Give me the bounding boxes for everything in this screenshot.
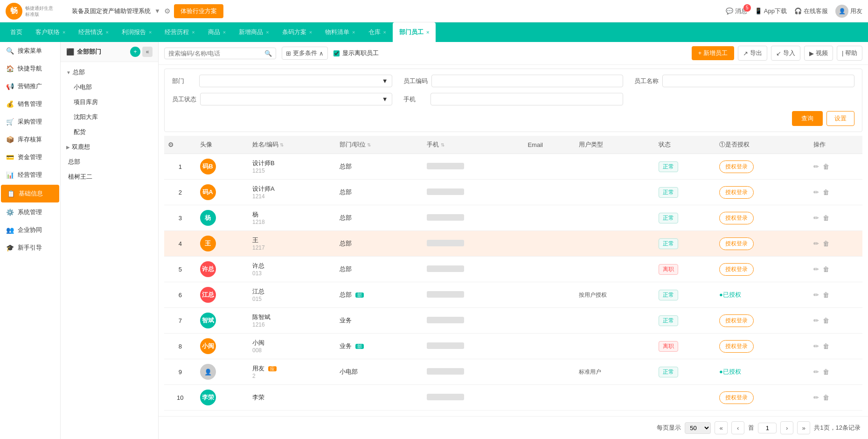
online-service-button[interactable]: 🎧 在线客服 <box>794 7 828 15</box>
page-number-input[interactable] <box>758 423 777 433</box>
auth-login-button[interactable]: 授权登录 <box>719 263 754 276</box>
edit-button[interactable]: ✏ <box>813 163 819 170</box>
col-dept[interactable]: 部门/职位 ⇅ <box>336 136 423 154</box>
user-menu-button[interactable]: 👤 用友 <box>835 5 862 18</box>
nav-tab-经营情况[interactable]: 经营情况× <box>72 22 115 42</box>
nav-tab-物料清单[interactable]: 物料清单× <box>319 22 361 42</box>
edit-button[interactable]: ✏ <box>813 240 819 247</box>
resigned-checkbox-input[interactable] <box>333 50 340 56</box>
edit-button[interactable]: ✏ <box>813 188 819 196</box>
sidebar-item-企业协同[interactable]: 👥企业协同 <box>0 221 60 239</box>
close-tab-icon[interactable]: × <box>352 29 355 35</box>
sidebar-item-基础信息[interactable]: 📋基础信息 <box>1 185 59 202</box>
dept-node-总部[interactable]: ▼总部 <box>61 65 158 80</box>
dept-node-沈阳大库[interactable]: 沈阳大库 <box>61 110 158 125</box>
delete-button[interactable]: 🗑 <box>823 214 829 222</box>
sidebar-item-销售管理[interactable]: 💰销售管理 <box>0 95 60 113</box>
delete-button[interactable]: 🗑 <box>823 240 829 247</box>
auth-login-button[interactable]: 授权登录 <box>719 212 754 224</box>
edit-button[interactable]: ✏ <box>813 394 819 401</box>
close-tab-icon[interactable]: × <box>266 29 269 35</box>
close-tab-icon[interactable]: × <box>426 29 429 35</box>
auth-login-button[interactable]: 授权登录 <box>719 186 754 199</box>
dept-node-植树王二[interactable]: 植树王二 <box>61 169 158 184</box>
sidebar-item-营销推广[interactable]: 📢营销推广 <box>0 77 60 95</box>
search-icon[interactable]: 🔍 <box>264 50 272 57</box>
emp-status-select[interactable]: ▼ <box>200 93 392 105</box>
sidebar-item-经营管理[interactable]: 📊经营管理 <box>0 166 60 184</box>
edit-button[interactable]: ✏ <box>813 214 819 222</box>
close-tab-icon[interactable]: × <box>62 29 65 35</box>
close-tab-icon[interactable]: × <box>309 29 312 35</box>
auth-login-button[interactable]: 授权登录 <box>719 160 754 173</box>
emp-code-input[interactable] <box>431 75 624 87</box>
delete-button[interactable]: 🗑 <box>823 317 829 324</box>
experience-button[interactable]: 体验行业方案 <box>174 4 223 18</box>
close-tab-icon[interactable]: × <box>192 29 194 35</box>
nav-tab-利润报告[interactable]: 利润报告× <box>115 22 158 42</box>
nav-tab-首页[interactable]: 首页 <box>4 22 29 42</box>
delete-button[interactable]: 🗑 <box>823 394 829 401</box>
dept-node-双鹿想[interactable]: ▶双鹿想 <box>61 139 158 154</box>
prev-page-button[interactable]: ‹ <box>731 421 744 434</box>
first-page-button[interactable]: « <box>715 421 728 434</box>
nav-tab-商品[interactable]: 商品× <box>201 22 232 42</box>
dept-node-小电部[interactable]: 小电部 <box>61 80 158 95</box>
message-button[interactable]: 💬 消息 5 <box>726 7 747 15</box>
set-button[interactable]: 设置 <box>826 111 854 126</box>
next-page-button[interactable]: › <box>780 421 793 434</box>
sidebar-item-资金管理[interactable]: 💳资金管理 <box>0 148 60 166</box>
sidebar-item-库存核算[interactable]: 📦库存核算 <box>0 131 60 148</box>
auth-login-button[interactable]: 授权登录 <box>719 314 754 327</box>
emp-name-input[interactable] <box>662 75 854 87</box>
sidebar-item-快捷导航[interactable]: 🏠快捷导航 <box>0 60 60 77</box>
delete-button[interactable]: 🗑 <box>823 291 829 299</box>
nav-tab-客户联络[interactable]: 客户联络× <box>29 22 72 42</box>
delete-button[interactable]: 🗑 <box>823 368 829 376</box>
delete-button[interactable]: 🗑 <box>823 188 829 196</box>
more-conditions-button[interactable]: ⊞ 更多条件 ∧ <box>282 47 328 60</box>
nav-tab-新增商品[interactable]: 新增商品× <box>232 22 275 42</box>
dept-node-配货[interactable]: 配货 <box>61 125 158 139</box>
delete-button[interactable]: 🗑 <box>823 342 829 350</box>
edit-button[interactable]: ✏ <box>813 342 819 350</box>
sidebar-item-新手引导[interactable]: 🎓新手引导 <box>0 239 60 257</box>
app-download-button[interactable]: 📱 App下载 <box>755 7 787 15</box>
col-settings[interactable]: ⚙ <box>164 136 196 154</box>
add-employee-button[interactable]: + 新增员工 <box>692 46 734 60</box>
page-size-select[interactable]: 50 10 20 100 <box>685 422 711 434</box>
close-tab-icon[interactable]: × <box>149 29 152 35</box>
dept-select[interactable]: ▼ <box>199 75 392 87</box>
sidebar-item-搜索菜单[interactable]: 🔍搜索菜单 <box>0 42 60 60</box>
auth-login-button[interactable]: 授权登录 <box>719 237 754 250</box>
edit-button[interactable]: ✏ <box>813 317 819 324</box>
col-phone[interactable]: 手机 ⇅ <box>423 136 524 154</box>
collapse-dept-button[interactable]: « <box>142 47 153 57</box>
add-dept-button[interactable]: + <box>130 47 140 57</box>
dept-node-总部[interactable]: 总部 <box>61 154 158 169</box>
chevron-down-icon[interactable]: ▼ <box>154 7 160 14</box>
export-button[interactable]: ↗ 导出 <box>738 46 767 61</box>
delete-button[interactable]: 🗑 <box>823 265 829 273</box>
query-button[interactable]: 查询 <box>792 111 823 126</box>
dept-node-项目库房[interactable]: 项目库房 <box>61 95 158 110</box>
nav-tab-条码方案[interactable]: 条码方案× <box>276 22 319 42</box>
import-button[interactable]: ↙ 导入 <box>771 46 800 61</box>
show-resigned-checkbox[interactable]: 显示离职员工 <box>333 49 379 57</box>
close-tab-icon[interactable]: × <box>223 29 226 35</box>
nav-tab-部门员工[interactable]: 部门员工× <box>393 22 436 42</box>
auth-login-button[interactable]: 授权登录 <box>719 391 754 404</box>
col-name[interactable]: 姓名/编码 ⇅ <box>249 136 336 154</box>
edit-button[interactable]: ✏ <box>813 265 819 273</box>
edit-button[interactable]: ✏ <box>813 291 819 299</box>
delete-button[interactable]: 🗑 <box>823 163 829 170</box>
sidebar-item-系统管理[interactable]: ⚙️系统管理 <box>0 203 60 221</box>
search-input[interactable] <box>168 50 262 57</box>
nav-tab-仓库[interactable]: 仓库× <box>362 22 393 42</box>
close-tab-icon[interactable]: × <box>383 29 386 35</box>
phone-input[interactable] <box>431 93 624 105</box>
settings-icon[interactable]: ⚙ <box>164 7 170 15</box>
close-tab-icon[interactable]: × <box>105 29 108 35</box>
help-button[interactable]: | 帮助 <box>837 46 862 61</box>
sidebar-item-采购管理[interactable]: 🛒采购管理 <box>0 113 60 131</box>
